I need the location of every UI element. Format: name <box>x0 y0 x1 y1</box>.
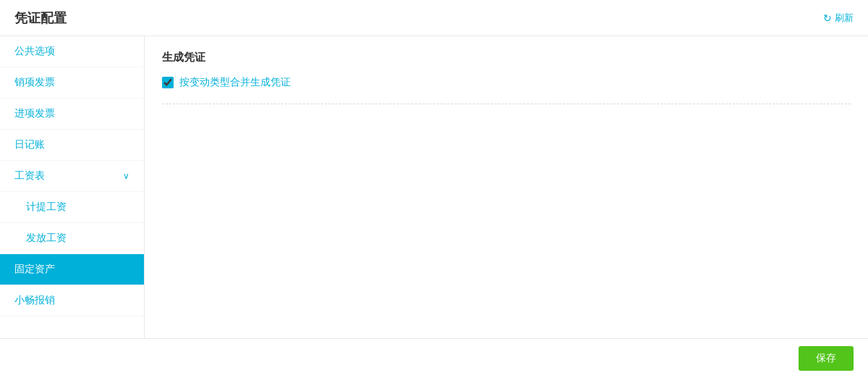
checkbox-row: 按变动类型合并生成凭证 <box>162 76 851 89</box>
main-layout: 公共选项销项发票进项发票日记账工资表∨计提工资发放工资固定资产小畅报销 生成凭证… <box>0 36 868 338</box>
chevron-down-icon: ∨ <box>123 171 129 181</box>
sidebar-label-journal: 日记账 <box>14 138 45 151</box>
sidebar-item-accrual[interactable]: 计提工资 <box>0 192 144 223</box>
refresh-label: 刷新 <box>835 12 854 25</box>
sidebar-item-public[interactable]: 公共选项 <box>0 36 144 67</box>
sidebar-item-journal[interactable]: 日记账 <box>0 130 144 161</box>
sidebar: 公共选项销项发票进项发票日记账工资表∨计提工资发放工资固定资产小畅报销 <box>0 36 145 338</box>
merge-checkbox[interactable] <box>162 77 174 88</box>
sidebar-label-purchase-invoice: 进项发票 <box>14 107 55 120</box>
sidebar-label-payment: 发放工资 <box>26 232 67 245</box>
sidebar-label-expense: 小畅报销 <box>14 294 55 307</box>
sidebar-label-fixed-assets: 固定资产 <box>14 263 55 276</box>
save-button[interactable]: 保存 <box>799 346 854 371</box>
sidebar-item-payment[interactable]: 发放工资 <box>0 223 144 254</box>
sidebar-item-purchase-invoice[interactable]: 进项发票 <box>0 98 144 130</box>
page-header: 凭证配置 ↻ 刷新 <box>0 0 868 36</box>
sidebar-item-payroll[interactable]: 工资表∨ <box>0 161 144 192</box>
sidebar-item-sales-invoice[interactable]: 销项发票 <box>0 67 144 98</box>
sidebar-item-fixed-assets[interactable]: 固定资产 <box>0 254 144 285</box>
sidebar-item-expense[interactable]: 小畅报销 <box>0 285 144 316</box>
sidebar-label-payroll: 工资表 <box>14 169 45 182</box>
content-area: 生成凭证 按变动类型合并生成凭证 <box>145 36 868 338</box>
refresh-icon: ↻ <box>823 12 832 24</box>
refresh-button[interactable]: ↻ 刷新 <box>823 12 854 25</box>
section-divider <box>162 104 851 104</box>
sidebar-label-accrual: 计提工资 <box>26 201 67 214</box>
section-title: 生成凭证 <box>162 51 851 64</box>
page-title: 凭证配置 <box>14 9 67 27</box>
page-footer: 保存 <box>0 338 868 378</box>
checkbox-label[interactable]: 按变动类型合并生成凭证 <box>179 76 291 89</box>
sidebar-label-sales-invoice: 销项发票 <box>14 76 55 89</box>
sidebar-label-public: 公共选项 <box>14 45 55 58</box>
